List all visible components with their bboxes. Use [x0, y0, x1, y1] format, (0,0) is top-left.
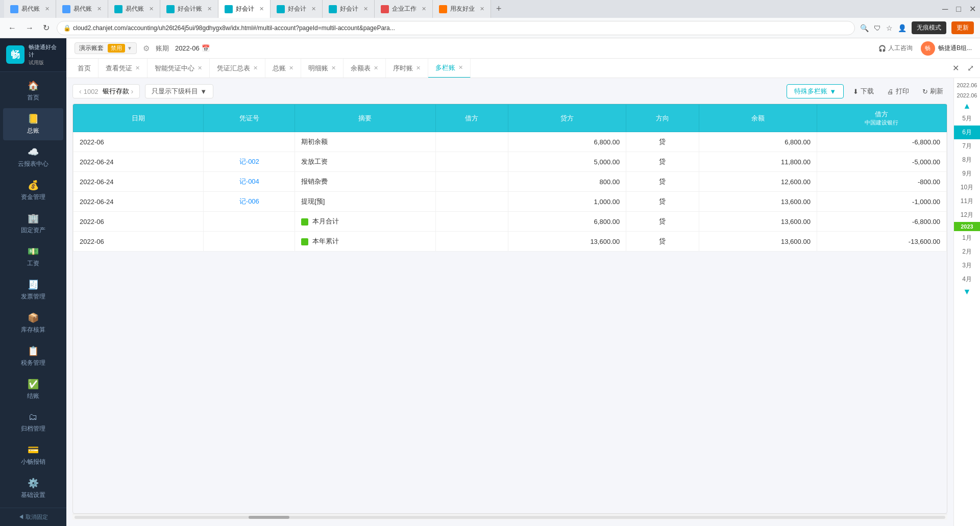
sidebar-item-ledger[interactable]: 📒 总账 — [3, 108, 63, 140]
timeline-month-11[interactable]: 11月 — [954, 194, 980, 208]
sidebar-item-close[interactable]: ✅ 结账 — [3, 373, 63, 406]
back-button[interactable]: ← — [6, 21, 18, 35]
sidebar-item-inventory[interactable]: 📦 库存核算 — [3, 307, 63, 339]
special-multi-ledger-button[interactable]: 特殊多栏账 ▼ — [787, 84, 844, 98]
scroll-thumb[interactable] — [249, 516, 289, 519]
browser-tab-5[interactable]: 好会计 ✕ — [218, 0, 271, 18]
user-info[interactable]: 畅 畅捷通B组... — [921, 41, 972, 56]
tab-smart-voucher[interactable]: 智能凭证中心 ✕ — [148, 59, 210, 78]
browser-tab-8[interactable]: 企业工作 ✕ — [375, 0, 433, 18]
close-all-tabs-icon[interactable]: ✕ — [950, 61, 961, 75]
timeline-month-2023-1[interactable]: 1月 — [954, 231, 980, 245]
cell-voucher-1[interactable]: 记-002 — [204, 152, 295, 172]
sidebar-item-cloud-reports[interactable]: ☁️ 云报表中心 — [3, 141, 63, 173]
timeline-scroll-down[interactable]: ▼ — [963, 287, 971, 296]
timeline-month-2023-2[interactable]: 2月 — [954, 245, 980, 259]
tab-close-multi[interactable]: ✕ — [458, 64, 463, 71]
cell-voucher-3[interactable]: 记-006 — [204, 192, 295, 212]
tab-close-8[interactable]: ✕ — [422, 6, 426, 12]
period-value[interactable]: 2022-06 📅 — [175, 44, 210, 52]
forward-button[interactable]: → — [23, 21, 36, 35]
tab-sequence[interactable]: 序时账 ✕ — [386, 59, 428, 78]
search-icon[interactable]: 🔍 — [860, 24, 869, 32]
multi-column-table: 日期 凭证号 摘要 借方 贷方 方向 余额 借方 中国建设银行 — [73, 104, 947, 252]
new-tab-button[interactable]: + — [491, 4, 507, 14]
tab-close-5[interactable]: ✕ — [259, 6, 264, 12]
timeline-month-5[interactable]: 5月 — [954, 112, 980, 126]
close-button[interactable]: ✕ — [969, 4, 976, 14]
prev-subject-icon[interactable]: ‹ — [79, 87, 82, 95]
filter-button[interactable]: 只显示下级科目 ▼ — [145, 84, 213, 98]
profile-icon[interactable]: 👤 — [898, 24, 906, 32]
stealth-button[interactable]: 无痕模式 — [912, 21, 946, 34]
tab-close-9[interactable]: ✕ — [480, 6, 484, 12]
star-icon[interactable]: ☆ — [886, 24, 893, 32]
cell-voucher-2[interactable]: 记-004 — [204, 172, 295, 192]
sidebar-toggle[interactable]: ◀ 取消固定 — [0, 508, 66, 526]
tab-close-1[interactable]: ✕ — [45, 6, 50, 12]
sidebar-item-tax[interactable]: 📋 税务管理 — [3, 340, 63, 372]
download-button[interactable]: ⬇ 下载 — [849, 85, 878, 98]
tab-close-sequence[interactable]: ✕ — [416, 65, 421, 71]
tab-close-4[interactable]: ✕ — [207, 6, 212, 12]
help-button[interactable]: 🎧 人工咨询 — [878, 44, 913, 53]
timeline-month-2023-3[interactable]: 3月 — [954, 259, 980, 272]
expand-tabs-icon[interactable]: ⤢ — [965, 61, 976, 75]
cell-summary-5: 本年累计 — [295, 232, 435, 252]
tab-balance[interactable]: 余额表 ✕ — [344, 59, 386, 78]
next-subject-icon[interactable]: › — [131, 87, 134, 95]
tab-home[interactable]: 首页 — [70, 59, 99, 78]
timeline-month-8[interactable]: 8月 — [954, 153, 980, 167]
browser-tab-3[interactable]: 易代账 ✕ — [108, 0, 160, 18]
refresh-nav-button[interactable]: ↻ — [41, 21, 52, 35]
sidebar-item-archive[interactable]: 🗂 归档管理 — [3, 407, 63, 438]
timeline-month-7[interactable]: 7月 — [954, 139, 980, 153]
browser-tab-4[interactable]: 好会计账 ✕ — [160, 0, 218, 18]
sidebar-item-salary[interactable]: 💵 工资 — [3, 241, 63, 273]
maximize-button[interactable]: □ — [956, 5, 961, 14]
shield-icon[interactable]: 🛡 — [874, 24, 881, 32]
tab-close-6[interactable]: ✕ — [311, 6, 316, 12]
tab-detailed-ledger[interactable]: 明细账 ✕ — [301, 59, 344, 78]
tab-voucher-view[interactable]: 查看凭证 ✕ — [99, 59, 148, 78]
horizontal-scrollbar[interactable] — [72, 514, 947, 520]
tab-close-balance[interactable]: ✕ — [374, 65, 378, 71]
period-label: 账期 — [156, 44, 169, 53]
tab-close-2[interactable]: ✕ — [97, 6, 102, 12]
timeline-month-2023-4[interactable]: 4月 — [954, 272, 980, 286]
tab-close-summary[interactable]: ✕ — [253, 65, 258, 71]
update-button[interactable]: 更新 — [951, 21, 974, 34]
tab-close-7[interactable]: ✕ — [363, 6, 368, 12]
demo-dropdown-icon[interactable]: ▼ — [127, 45, 132, 51]
browser-tab-6[interactable]: 好会计 ✕ — [271, 0, 323, 18]
print-button[interactable]: 🖨 打印 — [883, 85, 913, 98]
browser-tab-9[interactable]: 用友好业 ✕ — [433, 0, 491, 18]
browser-tab-7[interactable]: 好会计 ✕ — [323, 0, 375, 18]
timeline-month-6[interactable]: 6月 — [954, 126, 980, 139]
sidebar-item-settings[interactable]: ⚙️ 基础设置 — [3, 472, 63, 505]
sidebar-item-expense[interactable]: 💳 小畅报销 — [3, 439, 63, 471]
tab-close-voucher[interactable]: ✕ — [135, 65, 140, 71]
browser-tab-2[interactable]: 易代账 ✕ — [56, 0, 108, 18]
minimize-button[interactable]: ─ — [942, 5, 948, 14]
url-input[interactable]: 🔒 cloud2.chanjet.com/accounting/uh26t264… — [57, 21, 855, 35]
tab-close-3[interactable]: ✕ — [149, 6, 154, 12]
timeline-month-10[interactable]: 10月 — [954, 181, 980, 194]
timeline-month-9[interactable]: 9月 — [954, 167, 980, 181]
timeline-month-12[interactable]: 12月 — [954, 208, 980, 222]
browser-tab-1[interactable]: 易代账 ✕ — [4, 0, 56, 18]
invoice-icon: 🧾 — [28, 279, 39, 290]
refresh-button[interactable]: ↻ 刷新 — [918, 85, 947, 98]
tab-close-general[interactable]: ✕ — [289, 65, 293, 71]
sidebar-item-home[interactable]: 🏠 首页 — [3, 75, 63, 107]
sidebar-item-invoice[interactable]: 🧾 发票管理 — [3, 274, 63, 306]
sidebar-item-fund[interactable]: 💰 资金管理 — [3, 174, 63, 207]
tab-general-ledger[interactable]: 总账 ✕ — [265, 59, 301, 78]
tab-multi-column[interactable]: 多栏账 ✕ — [428, 59, 471, 78]
tab-voucher-summary[interactable]: 凭证汇总表 ✕ — [210, 59, 265, 78]
sidebar-item-fixed-assets[interactable]: 🏢 固定资产 — [3, 208, 63, 240]
timeline-scroll-up[interactable]: ▲ — [963, 102, 971, 111]
tab-close-smart[interactable]: ✕ — [198, 65, 202, 71]
tab-close-detailed[interactable]: ✕ — [331, 65, 336, 71]
settings-gear-icon[interactable]: ⚙ — [143, 44, 150, 53]
